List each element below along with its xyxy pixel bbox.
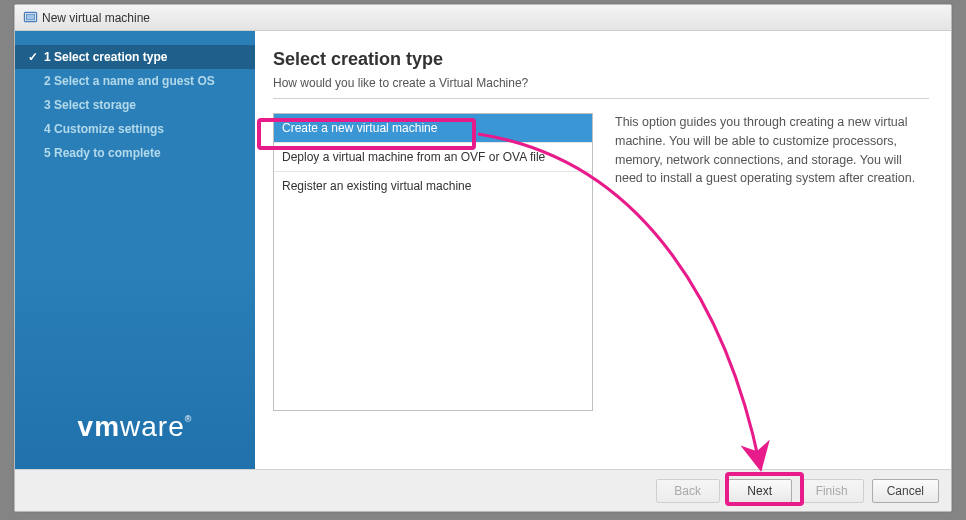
logo-part-vm: vm bbox=[78, 411, 120, 442]
svg-rect-1 bbox=[26, 14, 34, 20]
vm-icon bbox=[22, 10, 38, 26]
titlebar: New virtual machine bbox=[15, 5, 951, 31]
wizard-sidebar: ✓ 1 Select creation type ✓ 2 Select a na… bbox=[15, 31, 255, 469]
step-select-name-guest-os[interactable]: ✓ 2 Select a name and guest OS bbox=[15, 69, 255, 93]
step-select-storage[interactable]: ✓ 3 Select storage bbox=[15, 93, 255, 117]
step-ready-to-complete[interactable]: ✓ 5 Ready to complete bbox=[15, 141, 255, 165]
window-title: New virtual machine bbox=[42, 11, 150, 25]
next-button[interactable]: Next bbox=[728, 479, 792, 503]
body-columns: Create a new virtual machine Deploy a vi… bbox=[273, 99, 929, 459]
wizard-dialog: New virtual machine ✓ 1 Select creation … bbox=[14, 4, 952, 512]
option-create-new-vm[interactable]: Create a new virtual machine bbox=[274, 114, 592, 143]
step-label: 5 Ready to complete bbox=[44, 146, 161, 160]
option-deploy-ovf-ova[interactable]: Deploy a virtual machine from an OVF or … bbox=[274, 143, 592, 172]
wizard-footer: Back Next Finish Cancel bbox=[15, 469, 951, 511]
content-area: ✓ 1 Select creation type ✓ 2 Select a na… bbox=[15, 31, 951, 469]
step-label: 1 Select creation type bbox=[44, 50, 167, 64]
option-label: Deploy a virtual machine from an OVF or … bbox=[282, 150, 545, 164]
step-select-creation-type[interactable]: ✓ 1 Select creation type bbox=[15, 45, 255, 69]
option-register-existing[interactable]: Register an existing virtual machine bbox=[274, 172, 592, 200]
step-label: 4 Customize settings bbox=[44, 122, 164, 136]
logo-registered: ® bbox=[185, 414, 193, 424]
page-title: Select creation type bbox=[273, 49, 929, 70]
step-customize-settings[interactable]: ✓ 4 Customize settings bbox=[15, 117, 255, 141]
finish-button[interactable]: Finish bbox=[800, 479, 864, 503]
creation-option-list[interactable]: Create a new virtual machine Deploy a vi… bbox=[273, 113, 593, 411]
option-label: Create a new virtual machine bbox=[282, 121, 437, 135]
wizard-main: Select creation type How would you like … bbox=[255, 31, 951, 469]
vmware-logo: vmware® bbox=[15, 411, 255, 443]
option-label: Register an existing virtual machine bbox=[282, 179, 471, 193]
page-subtitle: How would you like to create a Virtual M… bbox=[273, 76, 929, 99]
cancel-button[interactable]: Cancel bbox=[872, 479, 939, 503]
check-icon: ✓ bbox=[25, 50, 41, 64]
step-label: 3 Select storage bbox=[44, 98, 136, 112]
step-label: 2 Select a name and guest OS bbox=[44, 74, 215, 88]
logo-part-ware: ware bbox=[120, 411, 185, 442]
back-button[interactable]: Back bbox=[656, 479, 720, 503]
option-description: This option guides you through creating … bbox=[615, 113, 929, 459]
